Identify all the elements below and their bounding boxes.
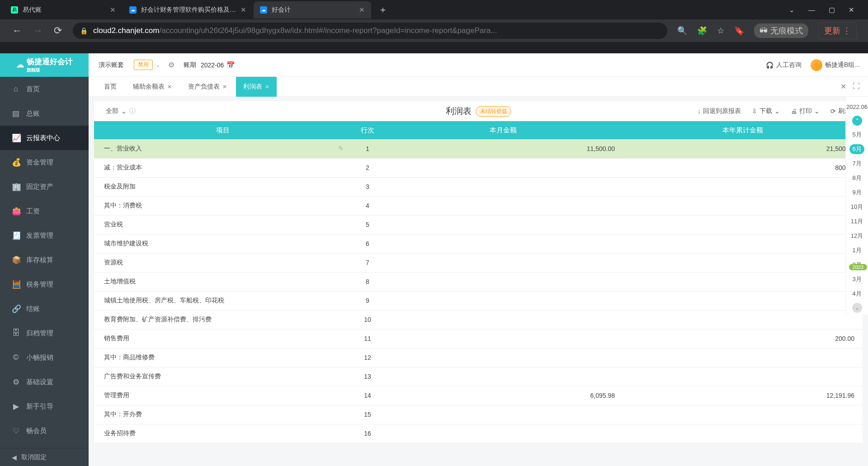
edit-icon[interactable]: ✎ bbox=[338, 145, 344, 152]
page-tab-3[interactable]: 利润表✕ bbox=[236, 77, 277, 97]
reload-button[interactable]: ⟳ bbox=[48, 25, 67, 37]
page-tab-2[interactable]: 资产负债表✕ bbox=[181, 77, 234, 97]
forward-button[interactable]: → bbox=[28, 25, 48, 37]
sidebar-icon: ▤ bbox=[12, 109, 20, 118]
toolbar: 全部 ⌄ ⓘ 利润表 未结转损益 ↓回退到原报表 ⇩下载⌄ 🖨打印⌄ ⟳刷新 bbox=[94, 101, 863, 121]
maximize-icon[interactable]: ▢ bbox=[829, 6, 835, 14]
sidebar-icon: 🏢 bbox=[12, 182, 20, 192]
page-tab-0[interactable]: 首页 bbox=[97, 77, 124, 97]
month-item[interactable]: 6月 bbox=[849, 142, 864, 156]
sidebar-item-14[interactable]: ♡畅会员 bbox=[0, 419, 89, 443]
chevron-down-icon[interactable]: ⌄ bbox=[789, 6, 795, 14]
table-row[interactable]: 其中：消费税 4 bbox=[94, 196, 863, 215]
search-icon[interactable]: 🔍 bbox=[677, 26, 687, 36]
filter-select[interactable]: 全部 ⌄ ⓘ bbox=[106, 107, 136, 115]
month-item[interactable]: 11月 bbox=[849, 214, 864, 229]
table-row[interactable]: 资源税 7 bbox=[94, 253, 863, 272]
sidebar-unpin-button[interactable]: ◀取消固定 bbox=[0, 448, 89, 466]
download-button[interactable]: ⇩下载⌄ bbox=[752, 107, 780, 115]
tab-label: 利润表 bbox=[243, 83, 262, 91]
browser-tab-0[interactable]: 易 易代账 ✕ bbox=[5, 1, 122, 19]
minimize-icon[interactable]: — bbox=[808, 6, 815, 14]
sidebar-item-6[interactable]: 🧾发票管理 bbox=[0, 223, 89, 248]
user-menu[interactable]: 畅捷通B组... bbox=[811, 59, 860, 71]
month-item[interactable]: 12月 bbox=[849, 229, 864, 243]
sidebar-item-5[interactable]: 👛工资 bbox=[0, 199, 89, 223]
sidebar-item-13[interactable]: ▶新手引导 bbox=[0, 394, 89, 419]
sidebar-item-11[interactable]: ©小畅报销 bbox=[0, 345, 89, 370]
month-item[interactable]: 1月 bbox=[852, 243, 861, 258]
sidebar-item-2[interactable]: 📈云报表中心 bbox=[0, 126, 89, 150]
headset-icon: 🎧 bbox=[766, 61, 774, 69]
month-item[interactable]: 7月 bbox=[849, 156, 864, 171]
sidebar-item-8[interactable]: 🧮税务管理 bbox=[0, 272, 89, 297]
back-button[interactable]: ← bbox=[7, 25, 28, 37]
fullscreen-icon[interactable]: ⛶ bbox=[853, 82, 860, 91]
month-item[interactable]: 3月 bbox=[852, 272, 861, 287]
table-row[interactable]: 广告费和业务宣传费 13 bbox=[94, 367, 863, 386]
print-button[interactable]: 🖨打印⌄ bbox=[791, 107, 820, 115]
account-name[interactable]: 演示账套 bbox=[89, 61, 134, 69]
sidebar-item-0[interactable]: ⌂首页 bbox=[0, 77, 89, 101]
close-icon[interactable]: ✕ bbox=[359, 6, 365, 14]
month-item[interactable]: 5月 bbox=[849, 127, 864, 142]
page-tabs: 首页辅助余额表✕资产负债表✕利润表✕ ✕ ⛶ bbox=[89, 77, 868, 97]
avatar bbox=[811, 59, 822, 71]
scroll-down-icon[interactable]: ⌄ bbox=[852, 303, 862, 313]
table-row[interactable]: 业务招待费 16 bbox=[94, 424, 863, 443]
table-row[interactable]: 其中：开办费 15 bbox=[94, 405, 863, 424]
month-item[interactable]: 4月 bbox=[852, 287, 861, 301]
revert-button[interactable]: ↓回退到原报表 bbox=[698, 107, 741, 115]
table-row[interactable]: 税金及附加 3 bbox=[94, 177, 863, 196]
star-icon[interactable]: ☆ bbox=[717, 26, 724, 36]
table-row[interactable]: 管理费用 14 6,095.98 12,191.96 bbox=[94, 386, 863, 405]
close-icon[interactable]: ✕ bbox=[110, 6, 116, 14]
url-input[interactable]: 🔒 cloud2.chanjet.com/accounting/uh26t264… bbox=[73, 23, 667, 39]
extension-icon[interactable]: 🧩 bbox=[697, 26, 707, 36]
close-window-icon[interactable]: ✕ bbox=[849, 6, 854, 14]
help-icon[interactable]: ⓘ bbox=[129, 107, 136, 115]
sidebar-item-1[interactable]: ▤总账 bbox=[0, 101, 89, 126]
sidebar-item-10[interactable]: 🗄归档管理 bbox=[0, 321, 89, 345]
sidebar-item-3[interactable]: 💰资金管理 bbox=[0, 150, 89, 174]
browser-tab-2[interactable]: ☁ 好会计 ✕ bbox=[254, 1, 371, 19]
table-row[interactable]: 减：营业成本 2 800.00 bbox=[94, 158, 863, 177]
period-value[interactable]: 2022-06 bbox=[201, 61, 224, 69]
new-tab-button[interactable]: ＋ bbox=[372, 4, 394, 16]
disable-badge: 禁用 bbox=[134, 60, 153, 70]
table-row[interactable]: 销售费用 11 200.00 bbox=[94, 329, 863, 348]
close-icon[interactable]: ✕ bbox=[265, 84, 269, 90]
table-row[interactable]: 营业税 5 bbox=[94, 215, 863, 234]
scroll-up-icon[interactable]: ⌃ bbox=[852, 116, 862, 126]
sidebar-icon: ▶ bbox=[12, 402, 20, 411]
bookmark-icon[interactable]: 🔖 bbox=[734, 26, 744, 36]
sidebar-icon: © bbox=[12, 353, 20, 362]
sidebar-item-7[interactable]: 📦库存核算 bbox=[0, 248, 89, 272]
update-button[interactable]: 更新 ⋮ bbox=[818, 22, 857, 39]
sidebar-item-12[interactable]: ⚙基础设置 bbox=[0, 370, 89, 394]
chevron-down-icon[interactable]: ⌄ bbox=[156, 62, 160, 68]
table-row[interactable]: 一、营业收入✎ 1 11,500.00 21,500.00 bbox=[94, 139, 863, 158]
table-row[interactable]: 土地增值税 8 bbox=[94, 272, 863, 291]
browser-tab-1[interactable]: ☁ 好会计财务管理软件购买价格及… ✕ bbox=[123, 1, 253, 19]
close-icon[interactable]: ✕ bbox=[241, 6, 246, 14]
sidebar-item-4[interactable]: 🏢固定资产 bbox=[0, 174, 89, 199]
table-row[interactable]: 城镇土地使用税、房产税、车船税、印花税 9 bbox=[94, 291, 863, 310]
calendar-icon[interactable]: 📅 bbox=[226, 61, 235, 69]
logo: ☁ 畅捷通好会计 旗舰版 bbox=[0, 53, 89, 77]
sidebar-item-9[interactable]: 🔗结账 bbox=[0, 297, 89, 321]
page-tab-1[interactable]: 辅助余额表✕ bbox=[126, 77, 179, 97]
close-icon[interactable]: ✕ bbox=[167, 84, 172, 90]
month-item[interactable]: 9月 bbox=[849, 185, 864, 200]
year-label: 2022.06 bbox=[846, 99, 868, 114]
month-item[interactable]: 10月 bbox=[849, 200, 864, 214]
support-button[interactable]: 🎧 人工咨询 bbox=[766, 61, 802, 69]
close-all-icon[interactable]: ✕ bbox=[840, 82, 846, 91]
month-item[interactable]: 8月 bbox=[849, 171, 864, 185]
table-row[interactable]: 城市维护建设税 6 bbox=[94, 234, 863, 253]
favicon-icon: ☁ bbox=[260, 6, 267, 14]
table-row[interactable]: 其中：商品维修费 12 bbox=[94, 348, 863, 367]
table-row[interactable]: 教育费附加、矿产资源补偿费、排污费 10 bbox=[94, 310, 863, 329]
close-icon[interactable]: ✕ bbox=[222, 84, 227, 90]
gear-icon[interactable]: ⚙ bbox=[168, 61, 175, 69]
